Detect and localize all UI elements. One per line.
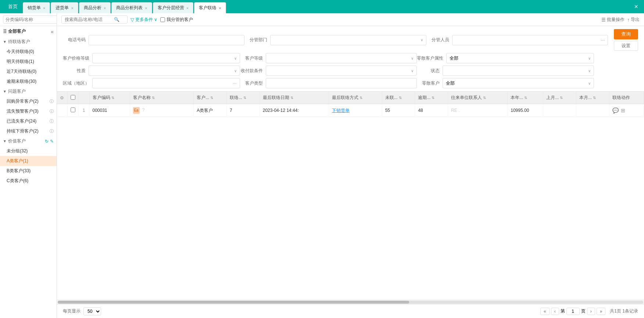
col-last-method-sort-icon[interactable]: ⇅ xyxy=(359,96,362,100)
tab-product-analysis[interactable]: 商品分析 × xyxy=(79,2,111,13)
last-method-link[interactable]: 下销货单 xyxy=(332,108,350,113)
row-contact-cell: 7 xyxy=(226,104,260,117)
table-col-no-contact[interactable]: 未联... ⇅ xyxy=(382,92,415,104)
tab-customer-mgmt[interactable]: 客户分层经营 × xyxy=(153,2,193,13)
sidebar-value-group[interactable]: ▼ 价值客户 ↻ ✎ xyxy=(0,136,57,146)
first-page-button[interactable]: « xyxy=(540,308,550,315)
sidebar-item-today[interactable]: 今天待联络(0) xyxy=(0,47,57,57)
tab-customer-contact[interactable]: 客户联络 × xyxy=(194,2,226,13)
row-checkbox-cell[interactable] xyxy=(67,104,78,117)
nav-home[interactable]: 首页 xyxy=(3,0,23,13)
col-this-month-sort-icon[interactable]: ⇅ xyxy=(593,96,596,100)
table-col-contact[interactable]: 联络... ⇅ xyxy=(226,92,260,104)
sidebar-item-ungrouped[interactable]: 未分组(32) xyxy=(0,146,57,156)
grid-action-icon[interactable]: ⊞ xyxy=(621,107,625,113)
table-select-all-header[interactable] xyxy=(67,92,78,104)
table-col-type[interactable]: 客户... ⇅ xyxy=(194,92,227,104)
table-col-overdue[interactable]: 逾期... ⇅ xyxy=(415,92,448,104)
filter-search-icon[interactable]: 🔍 xyxy=(114,17,119,22)
tab-purchase-order[interactable]: 进货单 × xyxy=(51,2,78,13)
sidebar-item-abnormal[interactable]: 回购异常客户(2) ⓘ xyxy=(0,96,57,106)
col-type-sort-icon[interactable]: ⇅ xyxy=(210,96,213,100)
horizontal-scrollbar[interactable] xyxy=(57,300,644,304)
my-customer-checkbox-container[interactable]: 我分管的客户 xyxy=(160,17,193,23)
sidebar-item-tomorrow[interactable]: 明天待联络(1) xyxy=(0,57,57,67)
last-page-button[interactable]: » xyxy=(597,308,606,315)
table-col-unit-contact[interactable]: 往来单位联系人 ⇅ xyxy=(448,92,508,104)
value-edit-icon[interactable]: ✎ xyxy=(50,139,54,144)
sidebar-item-7days[interactable]: 近7天待联络(0) xyxy=(0,67,57,77)
tab-customer-mgmt-close[interactable]: × xyxy=(186,6,189,10)
filter-retail-customer-select[interactable]: 全部 ∨ xyxy=(443,78,594,88)
sidebar-collapse-icon[interactable]: « xyxy=(51,29,54,35)
filter-phone-input[interactable] xyxy=(89,35,244,45)
sidebar-item-churn-warn[interactable]: 流失预警客户(3) ⓘ xyxy=(0,106,57,116)
per-page-select[interactable]: 50 xyxy=(83,307,101,315)
table-col-this-month[interactable]: 本月... ⇅ xyxy=(576,92,609,104)
scrollbar-track[interactable] xyxy=(58,301,643,304)
table-col-last-date[interactable]: 最后联络日期 ⇅ xyxy=(260,92,329,104)
row-select-checkbox[interactable] xyxy=(71,107,75,112)
sidebar-pending-group[interactable]: ▼ 待联络客户 xyxy=(0,37,57,47)
col-unit-contact-sort-icon[interactable]: ⇅ xyxy=(483,96,486,100)
tab-sales-order-close[interactable]: × xyxy=(43,6,45,10)
tab-purchase-order-label: 进货单 xyxy=(56,5,69,11)
query-button[interactable]: 查询 xyxy=(614,29,638,39)
filter-status-select[interactable]: ∨ xyxy=(443,66,594,76)
col-this-year-sort-icon[interactable]: ⇅ xyxy=(524,96,527,100)
scrollbar-thumb[interactable] xyxy=(58,301,409,304)
tab-product-analysis-list[interactable]: 商品分析列表 × xyxy=(111,2,152,13)
chat-action-icon[interactable]: 💬 xyxy=(612,107,619,113)
tab-customer-contact-close[interactable]: × xyxy=(219,6,221,10)
table-col-last-month[interactable]: 上月... ⇅ xyxy=(543,92,576,104)
col-contact-sort-icon[interactable]: ⇅ xyxy=(243,96,246,100)
sidebar-item-churned[interactable]: 已流失客户(24) ⓘ xyxy=(0,116,57,126)
sidebar-item-a-class[interactable]: A类客户(1) xyxy=(0,156,57,166)
settings-button[interactable]: 设置 xyxy=(614,41,638,51)
col-overdue-sort-icon[interactable]: ⇅ xyxy=(432,96,434,100)
table-col-last-method[interactable]: 最后联络方式 ⇅ xyxy=(329,92,382,104)
page-number-input[interactable] xyxy=(566,308,580,315)
filter-retail-attr-select[interactable]: 全部 ∨ xyxy=(446,53,594,63)
filter-customer-type-input[interactable] xyxy=(266,78,417,88)
prev-page-button[interactable]: ‹ xyxy=(551,308,559,315)
filter-customer-level-select[interactable]: ∨ xyxy=(266,53,417,63)
col-last-date-sort-icon[interactable]: ⇅ xyxy=(290,96,293,100)
tab-purchase-order-close[interactable]: × xyxy=(71,6,73,10)
row-last-method-cell[interactable]: 下销货单 xyxy=(329,104,382,117)
tab-product-analysis-list-close[interactable]: × xyxy=(145,6,147,10)
sidebar-problem-group[interactable]: ▼ 问题客户 xyxy=(0,86,57,96)
table-col-name[interactable]: 客户名称 ⇅ xyxy=(130,92,194,104)
col-name-sort-icon[interactable]: ⇅ xyxy=(152,96,155,100)
filter-region-input[interactable]: ··· xyxy=(92,78,240,88)
col-no-contact-sort-icon[interactable]: ⇅ xyxy=(399,96,402,100)
filter-more-button[interactable]: ▽ 更多条件 ∨ xyxy=(130,17,157,23)
export-button[interactable]: ↑ 导出 xyxy=(627,17,640,23)
next-page-button[interactable]: › xyxy=(587,308,595,315)
sidebar-item-c-class[interactable]: C类客户(6) xyxy=(0,176,57,186)
value-refresh-icon[interactable]: ↻ xyxy=(45,139,49,144)
sidebar-all-customers[interactable]: ⠿ 全部客户 « xyxy=(0,26,57,37)
my-customer-checkbox[interactable] xyxy=(160,17,165,22)
sidebar-item-b-class[interactable]: B类客户(33) xyxy=(0,166,57,176)
sidebar-item-overdue[interactable]: 逾期未联络(30) xyxy=(0,77,57,86)
filter-person-input[interactable]: ··· xyxy=(452,35,608,45)
filter-retail-customer-label: 零散客户 xyxy=(417,80,443,86)
table-col-code[interactable]: 客户编码 ⇅ xyxy=(89,92,130,104)
table-col-this-year[interactable]: 本年... ⇅ xyxy=(508,92,543,104)
filter-dept-select[interactable]: ∨ xyxy=(270,35,426,45)
sidebar-item-declining[interactable]: 持续下滑客户(2) ⓘ xyxy=(0,126,57,136)
filter-search-input[interactable] xyxy=(65,17,112,22)
batch-operation-button[interactable]: ☰ 批量操作 xyxy=(601,17,625,23)
col-last-month-sort-icon[interactable]: ⇅ xyxy=(560,96,563,100)
sidebar-search-input[interactable] xyxy=(3,15,57,24)
select-all-checkbox[interactable] xyxy=(71,95,75,100)
table-settings-header[interactable]: ⚙ xyxy=(57,92,67,104)
tab-product-analysis-close[interactable]: × xyxy=(104,6,106,10)
col-code-sort-icon[interactable]: ⇅ xyxy=(111,96,114,100)
filter-nature-select[interactable]: ∨ xyxy=(89,66,240,76)
tab-sales-order[interactable]: 销货单 × xyxy=(23,2,50,13)
filter-payment-select[interactable]: ∨ xyxy=(266,66,417,76)
window-close-button[interactable]: × xyxy=(631,3,641,11)
filter-price-level-select[interactable]: ∨ xyxy=(92,53,240,63)
